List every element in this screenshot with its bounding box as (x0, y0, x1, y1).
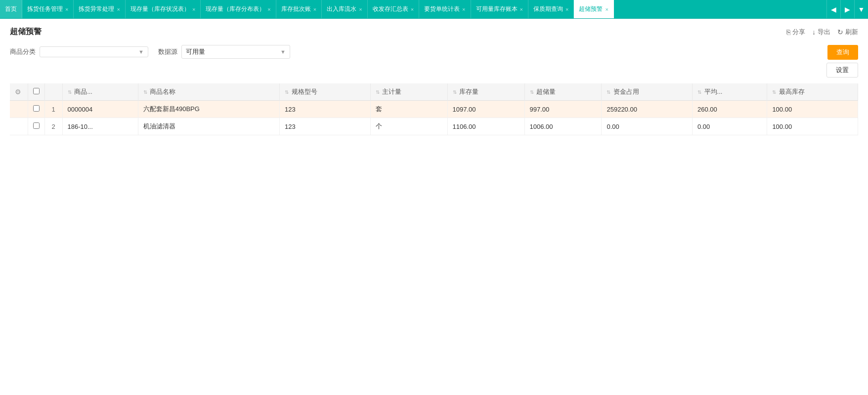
close-icon[interactable]: × (313, 6, 316, 12)
query-button[interactable]: 查询 (827, 45, 858, 60)
row-index: 1 (44, 101, 62, 118)
nav-item-shelf-life[interactable]: 保质期查询 × (528, 0, 574, 18)
export-button[interactable]: ↓ 导出 (812, 28, 830, 37)
sort-icon: ⇅ (607, 89, 610, 95)
row-checkbox[interactable] (33, 105, 40, 112)
th-code[interactable]: ⇅ 商品... (62, 83, 138, 101)
th-checkbox (28, 83, 44, 101)
th-stock[interactable]: ⇅ 库存量 (447, 83, 524, 101)
sort-icon: ⇅ (376, 89, 380, 95)
row-spec: 123 (280, 101, 371, 118)
th-unit[interactable]: ⇅ 主计量 (370, 83, 447, 101)
th-index (44, 83, 62, 101)
filter-row: 商品分类 ▼ 数据源 可用量 ▼ (10, 45, 826, 59)
refresh-button[interactable]: ↻ 刷新 (837, 28, 858, 37)
nav-item-available[interactable]: 可用量库存账本 × (471, 0, 528, 18)
close-icon[interactable]: × (192, 6, 195, 12)
datasource-label: 数据源 (158, 47, 177, 56)
row-spec: 123 (280, 118, 371, 135)
nav-prev-button[interactable]: ◀ (826, 0, 840, 19)
row-capital: 259220.00 (602, 101, 693, 118)
row-over-stock: 1006.00 (524, 118, 602, 135)
row-gear (10, 118, 28, 135)
nav-item-exception[interactable]: 拣货异常处理 × (74, 0, 125, 18)
settings-button[interactable]: 设置 (826, 63, 858, 78)
page-header: 超储预警 ⎘ 分享 ↓ 导出 ↻ 刷新 (10, 27, 858, 37)
th-over-stock[interactable]: ⇅ 超储量 (524, 83, 602, 101)
top-nav: 首页 拣货任务管理 × 拣货异常处理 × 现存量（库存状况表） × 现存量（库存… (0, 0, 868, 19)
category-label: 商品分类 (10, 47, 36, 56)
share-icon: ⎘ (786, 28, 790, 36)
row-index: 2 (44, 118, 62, 135)
row-max-stock: 100.00 (767, 101, 858, 118)
row-unit: 套 (370, 101, 447, 118)
th-avg[interactable]: ⇅ 平均... (692, 83, 767, 101)
page-content: 超储预警 ⎘ 分享 ↓ 导出 ↻ 刷新 商品分类 ▼ (0, 19, 868, 395)
row-unit: 个 (370, 118, 447, 135)
close-icon[interactable]: × (520, 6, 523, 12)
datasource-select[interactable]: 可用量 ▼ (181, 45, 290, 59)
category-select[interactable]: ▼ (40, 46, 148, 57)
data-table: ⚙ ⇅ 商品... ⇅ 商品名称 ⇅ 规格型号 (10, 83, 858, 135)
nav-item-order-stat[interactable]: 要货单统计表 × (419, 0, 471, 18)
th-spec[interactable]: ⇅ 规格型号 (280, 83, 371, 101)
query-btn-area: 查询 设置 (826, 45, 858, 78)
th-gear: ⚙ (10, 83, 28, 101)
table-row: 2 186-10... 机油滤清器 123 个 1106.00 1006.00 … (10, 118, 858, 135)
select-all-checkbox[interactable] (33, 88, 40, 94)
nav-item-batch[interactable]: 库存批次账 × (276, 0, 322, 18)
row-checkbox-cell (28, 101, 44, 118)
nav-item-summary[interactable]: 收发存汇总表 × (368, 0, 419, 18)
close-icon[interactable]: × (359, 6, 362, 12)
gear-icon[interactable]: ⚙ (15, 88, 21, 96)
row-stock: 1106.00 (447, 118, 524, 135)
row-checkbox[interactable] (33, 122, 40, 129)
row-name: 机油滤清器 (138, 118, 279, 135)
chevron-down-icon: ▼ (138, 49, 144, 55)
sort-icon: ⇅ (453, 89, 457, 95)
nav-item-inventory-dist[interactable]: 现存量（库存分布表） × (201, 0, 276, 18)
nav-arrows: ◀ ▶ ▼ (826, 0, 868, 19)
nav-item-home[interactable]: 首页 (0, 0, 22, 18)
row-capital: 0.00 (602, 118, 693, 135)
th-capital[interactable]: ⇅ 资金占用 (602, 83, 693, 101)
close-icon[interactable]: × (605, 6, 608, 12)
page-title: 超储预警 (10, 27, 42, 37)
row-max-stock: 100.00 (767, 118, 858, 135)
datasource-select-value: 可用量 (186, 47, 205, 56)
category-filter: 商品分类 ▼ (10, 46, 148, 57)
table-row: 1 0000004 六配套新昌490BPG 123 套 1097.00 997.… (10, 101, 858, 118)
close-icon[interactable]: × (565, 6, 568, 12)
nav-next-button[interactable]: ▶ (840, 0, 854, 19)
header-actions: ⎘ 分享 ↓ 导出 ↻ 刷新 (786, 28, 858, 37)
chevron-down-icon: ▼ (280, 49, 286, 55)
export-icon: ↓ (812, 28, 816, 36)
nav-more-button[interactable]: ▼ (854, 0, 868, 19)
nav-item-overstock[interactable]: 超储预警 × (574, 0, 613, 18)
nav-item-flow[interactable]: 出入库流水 × (322, 0, 367, 18)
share-button[interactable]: ⎘ 分享 (786, 28, 805, 37)
close-icon[interactable]: × (267, 6, 270, 12)
row-over-stock: 997.00 (524, 101, 602, 118)
close-icon[interactable]: × (462, 6, 465, 12)
row-gear (10, 101, 28, 118)
row-code: 0000004 (62, 101, 138, 118)
close-icon[interactable]: × (117, 6, 120, 12)
row-stock: 1097.00 (447, 101, 524, 118)
row-avg: 0.00 (692, 118, 767, 135)
sort-icon: ⇅ (772, 89, 776, 95)
th-max-stock[interactable]: ⇅ 最高库存 (767, 83, 858, 101)
row-code: 186-10... (62, 118, 138, 135)
refresh-icon: ↻ (837, 28, 843, 36)
sort-icon: ⇅ (697, 89, 701, 95)
row-avg: 260.00 (692, 101, 767, 118)
nav-item-inventory-status[interactable]: 现存量（库存状况表） × (126, 0, 201, 18)
close-icon[interactable]: × (65, 6, 68, 12)
sort-icon: ⇅ (68, 89, 72, 95)
th-name[interactable]: ⇅ 商品名称 (138, 83, 279, 101)
datasource-filter: 数据源 可用量 ▼ (158, 45, 290, 59)
close-icon[interactable]: × (411, 6, 414, 12)
row-name: 六配套新昌490BPG (138, 101, 279, 118)
sort-icon: ⇅ (285, 89, 289, 95)
nav-item-task[interactable]: 拣货任务管理 × (22, 0, 74, 18)
